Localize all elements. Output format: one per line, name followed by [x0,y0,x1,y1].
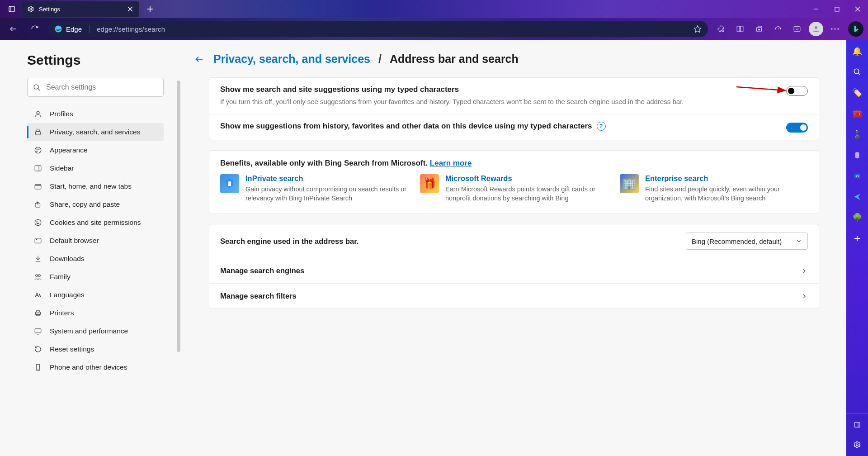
breadcrumb-back-button[interactable] [194,54,205,64]
paint-icon [33,146,42,154]
option2-title: Show me suggestions from history, favori… [220,122,592,131]
benefits-learn-more-link[interactable]: Learn more [430,159,472,167]
svg-point-2 [30,8,32,10]
sidebar-collapse-button[interactable] [850,418,864,432]
language-icon [33,291,42,299]
sidebar-settings-button[interactable] [850,438,864,451]
nav-label: Printers [50,309,74,317]
sidebar-games-icon[interactable]: ♟️ [850,128,864,141]
svg-point-39 [37,222,38,223]
tab-actions-button[interactable] [4,1,20,17]
cookie-icon [33,218,42,227]
share-icon [33,200,42,209]
split-screen-button[interactable] [731,20,749,38]
settings-search-input[interactable]: Search settings [27,78,164,97]
nav-printers[interactable]: Printers [27,304,164,322]
svg-rect-49 [35,329,41,333]
manage-engines-row[interactable]: Manage search engines [209,258,819,283]
svg-point-31 [39,149,40,150]
bing-chat-button[interactable] [848,21,863,37]
nav-back-button[interactable] [5,20,22,38]
window-close-button[interactable] [847,0,868,18]
nav-default-browser[interactable]: Default browser [27,232,164,250]
nav-privacy[interactable]: Privacy, search, and services [27,123,164,141]
svg-point-44 [36,275,38,277]
window-minimize-button[interactable] [806,0,826,18]
sidebar-shopping-icon[interactable]: 🏷️ [850,86,864,100]
gear-icon [27,5,34,13]
reset-icon [33,345,42,353]
nav-phone[interactable]: Phone and other devices [27,358,164,376]
nav-refresh-button[interactable] [26,20,43,38]
benefit-desc: Gain privacy without compromising on sea… [245,185,408,203]
enterprise-icon: 🏢 [620,174,639,193]
profile-button[interactable] [807,20,825,38]
svg-rect-42 [35,238,41,243]
svg-point-25 [34,85,38,89]
screenshot-button[interactable]: vx [788,20,806,38]
sidebar-scrollbar[interactable] [176,40,181,456]
sidebar-m365-icon[interactable] [850,148,864,162]
nav-start[interactable]: Start, home, and new tabs [27,177,164,195]
nav-reset[interactable]: Reset settings [27,340,164,358]
nav-downloads[interactable]: Downloads [27,250,164,268]
nav-appearance[interactable]: Appearance [27,141,164,159]
sidebar-send-icon[interactable] [850,190,864,204]
search-engine-select[interactable]: Bing (Recommended, default) [686,233,808,250]
breadcrumb-separator: / [378,52,382,66]
nav-family[interactable]: Family [27,268,164,286]
svg-point-23 [834,28,835,29]
settings-heading: Settings [27,52,173,68]
performance-button[interactable] [769,20,787,38]
sidebar-add-button[interactable] [850,232,864,245]
nav-sidebar[interactable]: Sidebar [27,159,164,177]
nav-profiles[interactable]: Profiles [27,105,164,123]
sidebar-tools-icon[interactable]: 🧰 [850,107,864,120]
sidebar-outlook-icon[interactable]: O [850,169,864,183]
collections-button[interactable] [750,20,768,38]
breadcrumb-parent-link[interactable]: Privacy, search, and services [213,52,370,66]
favorite-star-button[interactable] [693,25,702,33]
sidebar-notifications-icon[interactable]: 🔔 [850,44,864,58]
manage-engines-label: Manage search engines [220,266,304,275]
nav-share[interactable]: Share, copy and paste [27,195,164,214]
svg-point-41 [37,223,38,224]
nav-label: System and performance [50,327,128,335]
svg-point-21 [815,26,817,29]
svg-rect-28 [36,132,41,135]
svg-rect-0 [9,6,14,12]
browser-icon [33,237,42,245]
help-icon[interactable]: ? [597,122,606,131]
address-bar[interactable]: Edge edge://settings/search [48,21,708,37]
option2-toggle[interactable] [786,123,808,133]
manage-filters-row[interactable]: Manage search filters [209,283,819,309]
more-menu-button[interactable] [826,20,844,38]
svg-line-58 [858,73,860,75]
chevron-right-icon [801,293,808,300]
option1-toggle[interactable] [786,86,808,96]
search-engine-value: Bing (Recommended, default) [692,238,782,245]
nav-languages[interactable]: Languages [27,286,164,304]
nav-cookies[interactable]: Cookies and site permissions [27,214,164,232]
suggestions-card: Show me search and site suggestions usin… [209,77,819,140]
svg-rect-33 [35,166,41,171]
option1-desc: If you turn this off, you'll only see su… [220,97,777,107]
window-maximize-button[interactable] [826,0,847,18]
nav-system[interactable]: System and performance [27,322,164,340]
benefit-desc: Earn Microsoft Rewards points towards gi… [445,185,608,203]
sidebar-search-icon[interactable] [850,65,864,79]
new-tab-button[interactable] [143,2,157,16]
nav-label: Family [50,273,71,281]
site-identity: Edge [54,25,91,33]
settings-search-placeholder: Search settings [46,83,96,91]
option1-title: Show me search and site suggestions usin… [220,85,777,94]
svg-point-29 [35,147,41,153]
sidebar-tree-icon[interactable]: 🌳 [850,211,864,224]
tab-settings[interactable]: Settings [22,1,139,17]
tab-close-button[interactable] [126,5,135,14]
system-icon [33,327,42,335]
settings-main: Privacy, search, and services / Address … [182,40,846,456]
engine-card: Search engine used in the address bar Bi… [209,224,819,309]
nav-label: Phone and other devices [50,363,127,371]
extensions-button[interactable] [712,20,730,38]
